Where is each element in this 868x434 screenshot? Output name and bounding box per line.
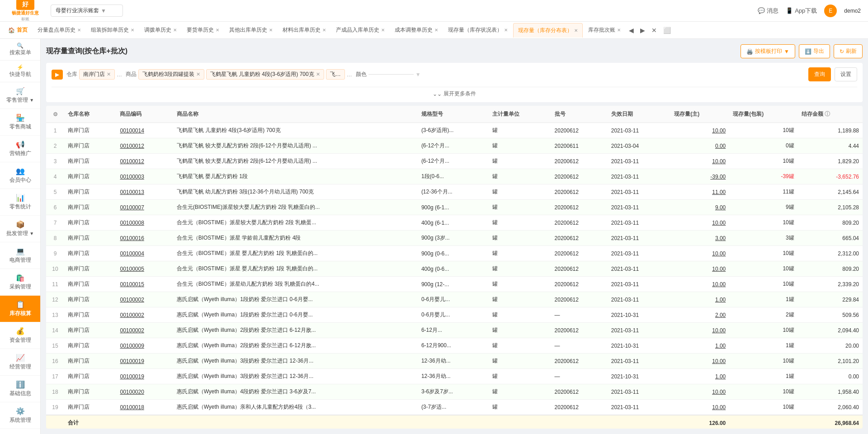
sidebar-item-corp-collab[interactable]: 🤝 企业协同 [0, 429, 40, 434]
tab-9-close[interactable]: ✕ [504, 28, 508, 33]
cell-qty-pkg: 1罐 [729, 292, 798, 307]
table-row: 19 南岸门店 00100018 惠氏启赋（Wyeth illuma）亲和人体儿… [46, 400, 863, 415]
cell-batch: 20200612 [551, 277, 608, 292]
cell-qty-pkg: -39罐 [729, 169, 798, 184]
tab-6[interactable]: 材料出库单历史 ✕ [278, 23, 330, 38]
warehouse-value: 南岸门店 [83, 71, 105, 78]
export-btn[interactable]: ⬇️ 导出 [799, 44, 830, 58]
product-more-tag[interactable]: 飞… [326, 69, 345, 80]
tab-6-close[interactable]: ✕ [322, 28, 326, 33]
th-expire: 失效日期 [608, 106, 671, 123]
cell-index: 14 [46, 323, 64, 338]
sidebar-item-finance[interactable]: 💰 资金管理 [0, 322, 40, 349]
avatar[interactable]: E [824, 5, 837, 17]
settings-btn[interactable]: 设置 [835, 67, 857, 81]
tab-maximize-btn[interactable]: ⬜ [660, 25, 674, 36]
expand-more-btn[interactable]: ⌄⌄ 展开更多条件 [52, 87, 857, 98]
table-row: 7 南岸门店 00100008 合生元（BIOSTIME）派星较大婴儿配方奶粉 … [46, 215, 863, 231]
cell-qty-pkg: 10罐 [729, 154, 798, 169]
product-tag-1-close[interactable]: ✕ [196, 71, 200, 77]
tab-3[interactable]: 调拨单历史 ✕ [140, 23, 181, 38]
page-header: 现存量查询(按仓库+批次) 🖨️ 按模板打印 ▼ ⬇️ 导出 ↻ 刷新 [46, 44, 863, 58]
tab-1[interactable]: 分量盘点单历史 ✕ [33, 23, 85, 38]
cell-unit: 罐 [489, 369, 551, 384]
sidebar-item-retail-stats[interactable]: 📊 零售统计 [0, 189, 40, 216]
cell-spec: 6-12月900... [418, 338, 489, 354]
warehouse-label: 仓库 [66, 71, 77, 78]
cell-name: 合生元(BIOSTIME)派星较大婴儿配方奶粉 2段 乳糖蛋白的... [173, 200, 418, 215]
print-btn[interactable]: 🖨️ 按模板打印 ▼ [741, 44, 795, 58]
tab-5[interactable]: 其他出库单历史 ✕ [225, 23, 277, 38]
tab-11[interactable]: 库存批次账 ✕ [584, 23, 625, 38]
product-filter: 商品 飞鹤奶粉3段四罐提装 ✕ 飞鹤星飞帆 儿童奶粉 4段(3-6岁适用) 70… [126, 69, 352, 80]
sidebar-item-retail-shop[interactable]: 🏪 零售商城 [0, 109, 40, 136]
tab-11-close[interactable]: ✕ [617, 28, 621, 33]
cell-name: 飞鹤星飞帆 婴儿配方奶粉 1段 [173, 169, 418, 184]
warehouse-tag[interactable]: 南岸门店 ✕ [79, 69, 115, 80]
cell-batch: — [551, 338, 608, 354]
account-dropdown[interactable]: 母婴行业演示账套 ▼ [51, 5, 123, 17]
tab-1-close[interactable]: ✕ [77, 28, 81, 33]
cell-qty-pkg: 9罐 [729, 200, 798, 215]
sidebar-ecommerce-label: 电商管理 [9, 257, 31, 263]
app-download-btn[interactable]: 📱 App下载 [786, 7, 817, 15]
cell-qty-main: 3.00 [670, 231, 729, 246]
tab-5-close[interactable]: ✕ [269, 28, 273, 33]
tab-8[interactable]: 成本调整单历史 ✕ [390, 23, 443, 38]
query-btn[interactable]: 查询 [808, 67, 831, 81]
filter-expand-btn[interactable]: ▶ [52, 70, 63, 80]
cell-qty-pkg: 10罐 [729, 400, 798, 415]
tab-2-close[interactable]: ✕ [131, 28, 134, 33]
sidebar-item-purchase[interactable]: 🛍️ 采购管理 [0, 269, 40, 296]
cell-qty-main: 10.00 [670, 384, 729, 400]
cell-name: 飞鹤星飞帆 儿童奶粉 4段(3-6岁适用) 700克 [173, 123, 418, 138]
info-icon[interactable]: ⓘ [825, 111, 830, 117]
warehouse-tag-close[interactable]: ✕ [107, 71, 111, 77]
cell-amount: -3,652.76 [798, 169, 863, 184]
message-btn[interactable]: 💬 消息 [758, 7, 778, 15]
expand-label: 展开更多条件 [443, 90, 476, 98]
tab-next-btn[interactable]: ▶ [637, 25, 648, 36]
tab-8-close[interactable]: ✕ [434, 28, 438, 33]
sidebar-item-wholesale[interactable]: 📦 批发管理 ▼ [0, 216, 40, 242]
cell-code: 00100019 [116, 354, 173, 369]
product-tag-2-close[interactable]: ✕ [316, 71, 320, 77]
sidebar-item-ecommerce[interactable]: 💻 电商管理 [0, 242, 40, 269]
tab-4-close[interactable]: ✕ [216, 28, 219, 33]
cell-code: 00100002 [116, 323, 173, 338]
tab-7[interactable]: 产成品入库单历史 ✕ [331, 23, 389, 38]
product-tag-2[interactable]: 飞鹤星飞帆 儿童奶粉 4段(3-6岁适用) 700克 ✕ [206, 69, 324, 80]
settings-icon[interactable]: ⚙ [53, 111, 58, 118]
tab-3-close[interactable]: ✕ [173, 28, 177, 33]
tab-2[interactable]: 组装拆卸单历史 ✕ [86, 23, 139, 38]
sidebar-item-retail-mgmt[interactable]: 🛒 零售管理 ▼ [0, 82, 40, 109]
cell-index: 6 [46, 200, 64, 215]
refresh-btn[interactable]: ↻ 刷新 [834, 44, 863, 58]
cell-index: 17 [46, 369, 64, 384]
product-tag-1[interactable]: 飞鹤奶粉3段四罐提装 ✕ [138, 69, 204, 80]
sidebar-item-system[interactable]: ⚙️ 系统管理 [0, 402, 40, 429]
tab-close-all-btn[interactable]: ✕ [649, 25, 660, 36]
sidebar-item-marketing[interactable]: 📢 营销推广 [0, 136, 40, 162]
app-logo: 好 畅捷通好生意 标账 [7, 0, 43, 22]
product-more[interactable]: … [347, 71, 352, 78]
cell-warehouse: 南岸门店 [64, 169, 116, 184]
tab-prev-btn[interactable]: ◀ [626, 25, 637, 36]
tab-9[interactable]: 现存量（库存状况表） ✕ [443, 23, 512, 38]
sidebar-item-members[interactable]: 👥 会员中心 [0, 162, 40, 189]
sidebar-quick-nav[interactable]: ⚡ 快捷导航 [0, 61, 40, 82]
sidebar-item-inventory[interactable]: 📋 库存核算 [0, 296, 40, 322]
sidebar-search[interactable]: 🔍 搜索菜单 [0, 39, 40, 61]
sidebar-item-basic-info[interactable]: ℹ️ 基础信息 [0, 376, 40, 402]
cell-unit: 罐 [489, 184, 551, 200]
tab-10[interactable]: 现存量（库存分布表） ✕ [513, 23, 583, 38]
cell-code: 00100015 [116, 277, 173, 292]
tab-7-close[interactable]: ✕ [381, 28, 385, 33]
warehouse-more[interactable]: … [117, 71, 122, 78]
tab-4[interactable]: 要货单历史 ✕ [182, 23, 224, 38]
tab-home[interactable]: 🏠 首页 [4, 23, 32, 38]
sidebar-item-operations[interactable]: 📈 经营管理 [0, 349, 40, 376]
cell-index: 11 [46, 277, 64, 292]
cell-batch: 20200612 [551, 215, 608, 231]
tab-10-close[interactable]: ✕ [574, 28, 578, 33]
